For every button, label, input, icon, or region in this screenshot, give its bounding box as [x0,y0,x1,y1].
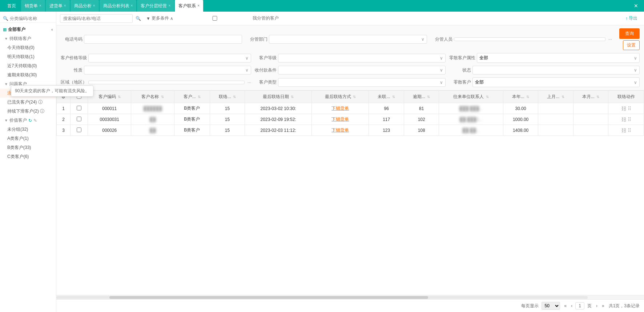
field-payment-select[interactable]: ∨ [278,66,445,74]
row-action-link[interactable]: ⛓ [621,127,626,133]
settings-button[interactable]: 设置 [623,40,640,50]
row-action-link[interactable]: ⛓ [621,117,626,122]
field-zero-attr-select[interactable]: 全部 ∨ [477,53,640,63]
col-contact-count-sort[interactable]: ⇅ [233,95,236,99]
row-actions: ⛓ ⠿ [608,114,644,125]
field-person-select[interactable] [454,37,605,41]
row-action-grid[interactable]: ⠿ [628,127,631,133]
sidebar-search-input[interactable] [10,16,56,21]
my-customers-checkbox-label[interactable]: 我分管的客户 [178,15,279,21]
export-button[interactable]: ↑ 导出 [623,14,640,23]
tab-analysis[interactable]: 商品分析 × [71,0,99,12]
sidebar-item-churned[interactable]: 已流失客户(24) ⓘ [0,98,56,107]
field-status-select[interactable]: ∨ [472,66,640,74]
tab-sales-close[interactable]: × [39,0,41,12]
field-zero-customer: 零散客户 全部 ∨ [449,77,640,87]
col-code: 客户编码 ⇅ [88,91,131,103]
col-overdue-sort[interactable]: ⇅ [427,95,430,99]
row-contacts: ██ ██... [439,125,503,136]
col-last-date-sort[interactable]: ⇅ [291,95,294,99]
tab-analysis-close[interactable]: × [93,0,95,12]
query-button[interactable]: 查询 [619,28,640,39]
field-phone-input[interactable] [84,35,242,44]
tab-customer-layer-close[interactable]: × [168,0,170,12]
first-page-button[interactable]: « [563,303,568,309]
row-method-link[interactable]: 下销货单 [331,117,349,122]
tab-customer-layer[interactable]: 客户分层经营 × [137,0,174,12]
field-person-dots[interactable]: ··· [608,37,612,42]
tab-analysis-list-close[interactable]: × [131,0,133,12]
tab-customer-contact-close[interactable]: × [197,0,200,12]
field-region-select[interactable] [88,81,245,84]
scrollbar-track[interactable] [56,296,588,299]
field-price-level-select[interactable]: ∨ [88,54,251,62]
my-customers-checkbox[interactable] [178,16,251,21]
field-nature: 性质 ∨ [61,66,251,74]
field-type-chevron: ∨ [440,80,443,85]
sidebar-item-ungrouped[interactable]: 未分组(32) [0,125,56,134]
field-nature-select[interactable]: ∨ [84,66,251,74]
col-code-sort[interactable]: ⇅ [118,95,121,99]
col-name-sort[interactable]: ⇅ [161,95,164,99]
horizontal-scrollbar[interactable] [56,295,644,299]
table-row: 3 000026 ██ B类客户 15 2023-02-03 11:12: 下销… [57,125,644,136]
tab-customer-contact[interactable]: 客户联系 × [175,0,203,12]
col-contacts: 往来单位联系人 ⇅ [439,91,503,103]
sidebar-item-declining[interactable]: 持续下滑客户(2) ⓘ [0,107,56,116]
tab-home[interactable]: 首页 [3,0,20,12]
next-page-button[interactable]: › [595,303,599,309]
field-price-level-chevron: ∨ [245,56,249,61]
row-action-grid[interactable]: ⠿ [628,117,631,122]
col-contacts-sort[interactable]: ⇅ [486,95,489,99]
prev-page-button[interactable]: ‹ [569,303,574,309]
field-status: 状态 ∨ [449,66,640,74]
tab-sales[interactable]: 销货单 × [21,0,45,12]
col-this-year-sort[interactable]: ⇅ [526,95,529,99]
col-not-contact-sort[interactable]: ⇅ [392,95,395,99]
col-last-month-sort[interactable]: ⇅ [562,95,564,99]
tab-customer-layer-label: 客户分层经营 [141,0,167,12]
sidebar-item-class-c[interactable]: C类客户(6) [0,152,56,161]
sidebar-item-tomorrow[interactable]: 明天待联络(1) [0,52,56,61]
sidebar-group-value-refresh[interactable]: ↻ [28,118,32,123]
tab-purchase[interactable]: 进货单 × [46,0,70,12]
search-input[interactable] [60,14,133,23]
content-area: 🔍 ▼ 更多条件 ∧ 我分管的客户 ↑ 导出 电话号码 [56,12,644,312]
row-action-link[interactable]: ⛓ [621,106,626,112]
row-select-checkbox[interactable] [77,127,81,132]
tab-analysis-list[interactable]: 商品分析列表 × [100,0,137,12]
window-close-button[interactable]: ✕ [631,3,641,9]
field-zero-customer-select[interactable]: 全部 ∨ [472,77,640,87]
scrollbar-thumb[interactable] [109,296,428,299]
sidebar-item-class-a[interactable]: A类客户(1) [0,134,56,143]
field-region-dots[interactable]: ··· [247,80,251,85]
sidebar-group-value[interactable]: ▼ 价值客户 ↻ ✎ [0,116,56,125]
sidebar-item-today[interactable]: 今天待联络(0) [0,43,56,52]
sidebar-collapse-button[interactable]: « [51,28,53,32]
tab-purchase-close[interactable]: × [64,0,66,12]
row-method-link[interactable]: 下销货单 [331,127,349,133]
sidebar-item-overdue[interactable]: 逾期未联络(30) [0,70,56,80]
col-last-method-sort[interactable]: ⇅ [353,95,356,99]
field-type-select[interactable]: ∨ [278,78,445,87]
row-checkbox [71,125,88,136]
sidebar-all-customers[interactable]: ⊞ 全部客户 « [0,25,56,34]
sidebar-group-pending[interactable]: ▼ 待联络客户 [0,34,56,43]
sidebar-group-value-edit[interactable]: ✎ [33,118,37,123]
row-method-link[interactable]: 下销货单 [331,106,349,111]
page-size-select[interactable]: 50 100 200 [542,302,560,310]
top-nav: 首页 销货单 × 进货单 × 商品分析 × 商品分析列表 × 客户分层经营 × … [0,0,644,12]
col-this-month-sort[interactable]: ⇅ [596,95,599,99]
row-select-checkbox[interactable] [77,117,81,121]
last-page-button[interactable]: » [600,303,606,309]
col-type-sort[interactable]: ⇅ [198,95,201,99]
field-dept-select[interactable]: ∨ [269,35,427,44]
search-button[interactable]: 🔍 [136,16,141,21]
row-last-date: 2023-02-09 19:52: [245,114,312,125]
sidebar-item-week[interactable]: 近7天待联络(0) [0,61,56,70]
more-conditions-button[interactable]: ▼ 更多条件 ∧ [144,14,176,23]
field-level-select[interactable]: ∨ [278,54,445,62]
row-action-grid[interactable]: ⠿ [628,106,631,112]
row-select-checkbox[interactable] [77,106,81,110]
sidebar-item-class-b[interactable]: B类客户(33) [0,143,56,152]
